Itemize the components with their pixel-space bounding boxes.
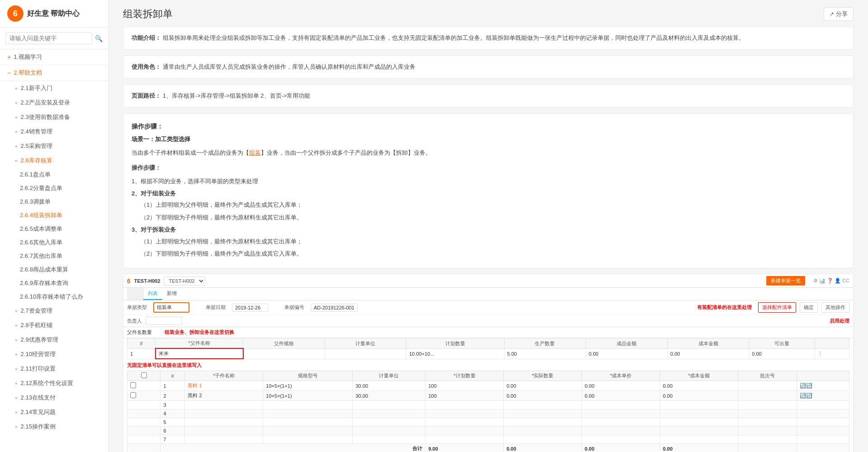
share-button[interactable]: ↗ 分享 bbox=[824, 7, 854, 21]
sidebar-item-goods-cost[interactable]: 2.6.8商品成本重算 bbox=[0, 263, 108, 276]
totals-cost-a: 0.00 bbox=[660, 444, 738, 452]
form-type-label: 单据类型 bbox=[127, 304, 150, 311]
sidebar-item-split-stocktake[interactable]: 2.6.2分量盘点单 bbox=[0, 181, 108, 195]
sidebar-item-other-in[interactable]: 2.6.6其他入库单 bbox=[0, 236, 108, 249]
lower-row-empty5: 7 bbox=[127, 435, 849, 444]
step2: 2、对于组装业务 bbox=[132, 188, 845, 199]
expand-sub-icon: + bbox=[14, 395, 18, 401]
sidebar-sub-label: 2.8手机旺铺 bbox=[21, 321, 52, 329]
sidebar-item-data[interactable]: + 2.3使用前数据准备 bbox=[0, 110, 108, 124]
expand-sub-icon: + bbox=[14, 423, 18, 430]
lth-check bbox=[127, 371, 160, 381]
form-date-value[interactable]: 2019-12-26 bbox=[232, 304, 268, 312]
totals-label: 合计 bbox=[160, 444, 425, 452]
sidebar-item-custom[interactable]: + 2.12系统个性化设置 bbox=[0, 376, 108, 390]
expand-sub-icon: + bbox=[14, 308, 18, 314]
ltr-no: 1 bbox=[160, 381, 185, 391]
sidebar-item-print[interactable]: + 2.11打印设置 bbox=[0, 362, 108, 376]
sidebar-item-mobile[interactable]: + 2.8手机旺铺 bbox=[0, 318, 108, 333]
other-btn[interactable]: 其他操作 bbox=[821, 302, 849, 313]
row-checkbox[interactable] bbox=[130, 392, 136, 398]
role-label: 使用角色： bbox=[132, 63, 161, 70]
select-all-checkbox[interactable] bbox=[141, 372, 147, 378]
sidebar-item-cost-adjust[interactable]: 2.6.5成本调整单 bbox=[0, 222, 108, 236]
upper-table-label: 父件名数量 bbox=[127, 329, 152, 336]
type-annotation: 组装业务、拆卸业务在这里切换 bbox=[165, 329, 234, 336]
search-input[interactable] bbox=[5, 32, 92, 44]
mock-tab-list[interactable]: 列表 bbox=[143, 288, 162, 300]
sidebar-sub-label: 2.10经营管理 bbox=[21, 350, 56, 358]
confirm-btn[interactable]: 确定 bbox=[800, 302, 818, 313]
collapse-icon: − bbox=[7, 69, 11, 76]
sidebar-sub-label: 2.5采购管理 bbox=[21, 142, 52, 150]
role-text: 通常由生产人员或库管人员完成拆装业务的操作，库管人员确认原材料的出库和产成品的入… bbox=[163, 63, 415, 70]
td-spec bbox=[243, 348, 325, 359]
sidebar-item-faq[interactable]: + 2.14常见问题 bbox=[0, 405, 108, 419]
intro-label: 功能介绍： bbox=[132, 34, 161, 41]
sidebar-sub-label: 2.15操作案例 bbox=[21, 423, 56, 431]
td-no: 1 bbox=[127, 348, 156, 359]
search-icon[interactable]: 🔍 bbox=[95, 35, 103, 42]
ops-label: 操作步骤： bbox=[132, 121, 845, 132]
th-parent-spec: 父件规格 bbox=[243, 338, 325, 349]
lth-actual-qty: *实际数量 bbox=[504, 371, 582, 381]
mock-tab-new[interactable]: 新增 bbox=[162, 288, 181, 300]
th-parent-name: *父件名称 bbox=[156, 338, 243, 349]
ltr-spec2: 10×5×(1+1) bbox=[263, 391, 353, 401]
sidebar-item-sales[interactable]: + 2.4销售管理 bbox=[0, 124, 108, 139]
sidebar-item-newbie[interactable]: + 2.1新手入门 bbox=[0, 81, 108, 95]
sidebar-sub-label: 2.1新手入门 bbox=[21, 84, 52, 92]
company-select[interactable]: TEST-H002 bbox=[164, 276, 205, 285]
sidebar-item-ops[interactable]: + 2.10经营管理 bbox=[0, 347, 108, 362]
sidebar-item-adjust[interactable]: 2.6.3调拨单 bbox=[0, 195, 108, 209]
sidebar-item-purchase[interactable]: + 2.5采购管理 bbox=[0, 139, 108, 153]
sidebar-item-online-pay[interactable]: + 2.13在线支付 bbox=[0, 390, 108, 405]
expand-icon: + bbox=[7, 53, 11, 61]
sidebar-item-install[interactable]: + 2.2产品安装及登录 bbox=[0, 95, 108, 110]
sidebar: 6 好生意 帮助中心 🔍 + 1.视频学习 − 2.帮助文档 + 2.1新手入门… bbox=[0, 0, 108, 452]
lower-row-empty4: 6 bbox=[127, 427, 849, 435]
ltr-plan2: 100 bbox=[425, 391, 504, 401]
td-act: ⋮ bbox=[815, 348, 849, 359]
sidebar-item-inventory[interactable]: − 2.6库存核算 bbox=[0, 153, 108, 168]
sidebar-item-cases[interactable]: + 2.15操作案例 bbox=[0, 419, 108, 434]
ltr-unit: 30.00 bbox=[353, 381, 425, 391]
sidebar-item-video[interactable]: + 1.视频学习 bbox=[0, 49, 108, 65]
sidebar-item-stock-query[interactable]: 2.6.9库存账本查询 bbox=[0, 276, 108, 290]
lth-child-name: *子件名称 bbox=[185, 371, 263, 381]
row-checkbox[interactable] bbox=[130, 382, 136, 388]
person-input[interactable] bbox=[146, 317, 182, 325]
td-unit bbox=[325, 348, 406, 359]
sidebar-sub-label: 2.9优惠券管理 bbox=[21, 336, 58, 344]
new-doc-btn[interactable]: 新建单据一览 bbox=[766, 276, 805, 285]
steps-block: 操作步骤： 场景一：加工类型选择 当由多个子件材料组装成一个成品的业务为【组装】… bbox=[123, 113, 854, 268]
sidebar-item-docs[interactable]: − 2.帮助文档 bbox=[0, 65, 108, 81]
td-plan: 10.00+10... bbox=[406, 348, 504, 359]
step3-1: （1）上部明细为父件明细，最终作为原材料生成其它出库单； bbox=[132, 236, 845, 247]
sidebar-item-assembly[interactable]: 2.6.4组装拆卸单 bbox=[0, 209, 108, 222]
sidebar-item-coupon[interactable]: + 2.9优惠券管理 bbox=[0, 333, 108, 347]
ltr-cost-p2: 0.00 bbox=[582, 391, 660, 401]
sidebar-sub-label: 2.4销售管理 bbox=[21, 128, 52, 136]
sidebar-sub-label: 2.13在线支付 bbox=[21, 394, 56, 402]
sidebar-item-stocktake[interactable]: 2.6.1盘点单 bbox=[0, 168, 108, 181]
expand-sub-icon: + bbox=[14, 366, 18, 372]
td-prod-amt: 0.00 bbox=[586, 348, 668, 359]
content-header: 组装拆卸单 ↗ 分享 bbox=[108, 0, 868, 26]
sidebar-item-other-out[interactable]: 2.6.7其他出库单 bbox=[0, 249, 108, 263]
ltr-no2: 2 bbox=[160, 391, 185, 401]
sidebar-sub-label: 2.7资金管理 bbox=[21, 307, 52, 315]
select-parts-btn[interactable]: 选择配件清单 bbox=[758, 302, 796, 313]
intro-text: 组装拆卸单用来处理企业组装或拆卸等加工业务，支持有固定装配清单的产品加工业务，也… bbox=[163, 34, 745, 41]
td-cost-amt: 0.00 bbox=[667, 348, 749, 359]
lower-row: 1 黑料 1 10×5×(1+1) 30.00 100 0.00 0.00 0.… bbox=[127, 381, 849, 391]
upper-table-container: # *父件名称 父件规格 计量单位 计划数量 生产数量 成品金额 成本金额 可出… bbox=[123, 338, 853, 361]
sidebar-item-fund[interactable]: + 2.7资金管理 bbox=[0, 304, 108, 318]
assembly-link[interactable]: 组装 bbox=[249, 149, 261, 156]
th-avail-qty: 可出量 bbox=[749, 338, 815, 349]
form-type-value[interactable]: 组装单 bbox=[153, 302, 189, 313]
lth-no: # bbox=[160, 371, 185, 381]
ltr-actual2: 0.00 bbox=[504, 391, 582, 401]
role-block: 使用角色： 通常由生产人员或库管人员完成拆装业务的操作，库管人员确认原材料的出库… bbox=[123, 55, 854, 79]
sidebar-item-stock-error[interactable]: 2.6.10库存账本错了么办 bbox=[0, 290, 108, 304]
